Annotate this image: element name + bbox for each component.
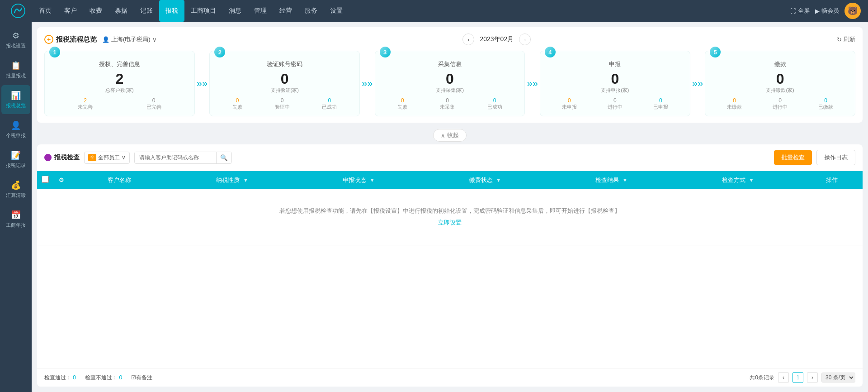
- settings-icon[interactable]: ⚙: [59, 177, 64, 183]
- nav-fee[interactable]: 收费: [83, 0, 108, 22]
- sidebar-label-personal-tax: 个税申报: [6, 132, 26, 139]
- tax-overview-icon: 📊: [11, 91, 21, 100]
- nav-home[interactable]: 首页: [33, 0, 58, 22]
- step-stats-1: 2 未完善 0 已完善: [51, 97, 188, 110]
- annual-report-icon: 📅: [11, 210, 21, 220]
- step-title-1: 授权、完善信息: [51, 60, 188, 68]
- collapse-up-icon: ∧: [441, 132, 445, 139]
- personal-tax-icon: 👤: [11, 120, 21, 130]
- staff-badge: 全: [88, 154, 96, 161]
- nav-tax[interactable]: 报税: [159, 0, 184, 22]
- next-month-button[interactable]: ›: [519, 33, 531, 45]
- fullscreen-icon: ⛶: [790, 8, 796, 14]
- sidebar-item-annual-settlement[interactable]: 💰 汇算清缴: [1, 175, 30, 204]
- batch-check-button[interactable]: 批量检查: [774, 150, 812, 165]
- step-sublabel-4: 支持申报(家): [547, 87, 684, 94]
- chevron-down-icon: ∨: [122, 154, 126, 161]
- arrow-4-5: »»: [690, 78, 705, 90]
- sidebar-item-personal-tax[interactable]: 👤 个税申报: [1, 115, 30, 144]
- add-icon: +: [44, 35, 53, 44]
- step-verify: 2 验证账号密码 0 支持验证(家) 0 失败 0 验证中: [209, 51, 360, 116]
- filter-icon-tax-nature[interactable]: ▼: [243, 177, 248, 183]
- column-client-name: 客户名称: [70, 171, 169, 189]
- staff-selector[interactable]: 全 全部员工 ∨: [84, 152, 130, 164]
- fullscreen-button[interactable]: ⛶ 全屏: [790, 7, 810, 15]
- refresh-button[interactable]: ↻ 刷新: [837, 35, 855, 43]
- operation-log-button[interactable]: 操作日志: [816, 150, 855, 165]
- table-container: ⚙ 客户名称 纳税性质 ▼ 申报状态 ▼: [37, 171, 863, 368]
- per-page-select[interactable]: 30 条/页: [821, 373, 855, 382]
- nav-commerce[interactable]: 工商项目: [184, 0, 222, 22]
- process-header: + 报税流程总览 👤 上海(电子税局) ∨ ‹ 2023年02月 › ↻ 刷新: [44, 33, 855, 45]
- prev-page-button[interactable]: ‹: [778, 372, 789, 383]
- collapse-section: ∧ 收起: [32, 126, 868, 144]
- step-stats-3: 0 失败 0 未采集 0 已成功: [382, 97, 519, 110]
- sidebar-item-tax-records[interactable]: 📝 报税记录: [1, 145, 30, 174]
- top-right-actions: ⛶ 全屏 ▶ 畅会员 🐻: [790, 3, 861, 19]
- next-page-button[interactable]: ›: [807, 372, 818, 383]
- column-check-method: 检查方式 ▼: [675, 171, 801, 189]
- step-count-1: 2: [51, 71, 188, 87]
- step-payment: 5 缴款 0 支持缴款(家) 0 未缴款 0 进行中: [705, 51, 855, 116]
- step-count-3: 0: [382, 71, 519, 87]
- sidebar-label-annual-settlement: 汇算清缴: [6, 192, 26, 199]
- prev-month-button[interactable]: ‹: [462, 33, 474, 45]
- nav-business[interactable]: 经营: [273, 0, 298, 22]
- step-count-5: 0: [712, 71, 849, 87]
- tax-check-title: 报税检查: [44, 153, 80, 162]
- search-button[interactable]: 🔍: [216, 152, 231, 163]
- filter-icon-check-method[interactable]: ▼: [749, 177, 754, 183]
- step-num-5: 5: [710, 47, 721, 57]
- annual-settlement-icon: 💰: [11, 180, 21, 190]
- stat-complete: 0 已完善: [146, 97, 161, 110]
- step-sublabel-5: 支持缴款(家): [712, 87, 849, 94]
- sidebar-item-tax-settings[interactable]: ⚙ 报税设置: [1, 25, 30, 54]
- step-num-1: 1: [49, 47, 60, 57]
- region-selector[interactable]: 👤 上海(电子税局) ∨: [102, 35, 157, 43]
- arrow-3-4: »»: [525, 78, 539, 90]
- fail-count[interactable]: 0: [119, 374, 122, 381]
- has-note-label: ☑有备注: [131, 374, 152, 382]
- step-title-2: 验证账号密码: [216, 60, 353, 68]
- filter-icon-check-result[interactable]: ▼: [623, 177, 627, 183]
- select-all-checkbox[interactable]: [42, 176, 49, 183]
- column-setting: ⚙: [53, 171, 70, 189]
- pass-count[interactable]: 0: [73, 374, 76, 381]
- sidebar-item-tax-overview[interactable]: 📊 报税总览: [1, 85, 30, 114]
- check-fail-stat: 检查不通过： 0: [85, 374, 122, 382]
- tax-check-header: 报税检查 全 全部员工 ∨ 🔍 批量检查 操作日志: [37, 144, 863, 171]
- tax-check-table: ⚙ 客户名称 纳税性质 ▼ 申报状态 ▼: [37, 171, 863, 245]
- nav-settings[interactable]: 设置: [324, 0, 349, 22]
- fullscreen-label: 全屏: [798, 7, 810, 15]
- step-count-4: 0: [547, 71, 684, 87]
- nav-service[interactable]: 服务: [298, 0, 324, 22]
- tax-settings-icon: ⚙: [12, 31, 19, 41]
- arrow-1-2: »»: [195, 78, 209, 90]
- main-content: + 报税流程总览 👤 上海(电子税局) ∨ ‹ 2023年02月 › ↻ 刷新: [32, 22, 868, 392]
- nav-client[interactable]: 客户: [58, 0, 83, 22]
- sidebar-item-batch-tax[interactable]: 📋 批量报税: [1, 55, 30, 84]
- column-check-result: 检查结果 ▼: [548, 171, 675, 189]
- user-avatar[interactable]: 🐻: [844, 3, 861, 19]
- collapse-button[interactable]: ∧ 收起: [433, 129, 467, 142]
- nav-accounting[interactable]: 记账: [134, 0, 159, 22]
- vip-button[interactable]: ▶ 畅会员: [815, 7, 839, 15]
- sidebar-label-annual-report: 工商年报: [6, 222, 26, 229]
- step-stats-5: 0 未缴款 0 进行中 0 已缴款: [712, 97, 849, 110]
- app-logo: [7, 0, 29, 22]
- staff-label: 全部员工: [98, 154, 120, 162]
- stat-incomplete: 2 未完善: [78, 97, 93, 110]
- sidebar-item-annual-report[interactable]: 📅 工商年报: [1, 205, 30, 234]
- nav-invoice[interactable]: 票据: [108, 0, 134, 22]
- step-num-4: 4: [545, 47, 556, 57]
- setup-link[interactable]: 立即设置: [438, 219, 462, 227]
- nav-message[interactable]: 消息: [222, 0, 248, 22]
- empty-message: 若您想使用报税检查功能，请先在【报税设置】中进行报税的初始化设置，完成密码验证和…: [279, 207, 620, 215]
- filter-icon-declare[interactable]: ▼: [370, 177, 375, 183]
- search-input[interactable]: [135, 152, 216, 163]
- step-stats-2: 0 失败 0 验证中 0 已成功: [216, 97, 353, 110]
- sidebar-label-batch-tax: 批量报税: [6, 72, 26, 79]
- column-declare-status: 申报状态 ▼: [295, 171, 422, 189]
- nav-manage[interactable]: 管理: [248, 0, 273, 22]
- filter-icon-payment[interactable]: ▼: [496, 177, 501, 183]
